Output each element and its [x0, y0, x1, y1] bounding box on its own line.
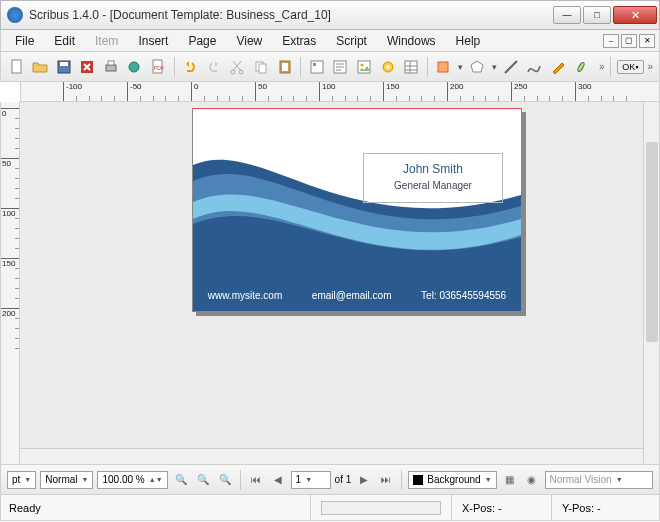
image-frame-icon[interactable] — [354, 56, 374, 78]
maximize-button[interactable]: □ — [583, 6, 611, 24]
page-count-label: of 1 — [335, 474, 352, 485]
minimize-button[interactable]: — — [553, 6, 581, 24]
card-website: www.mysite.com — [208, 290, 282, 301]
zoom-out-icon[interactable]: 🔍 — [172, 471, 190, 489]
mdi-close-button[interactable]: ✕ — [639, 34, 655, 48]
bezier-icon[interactable] — [524, 56, 544, 78]
polygon-icon[interactable] — [467, 56, 487, 78]
undo-icon[interactable] — [181, 56, 201, 78]
svg-rect-14 — [282, 63, 288, 71]
card-role: General Manager — [364, 180, 502, 191]
paste-icon[interactable] — [275, 56, 295, 78]
svg-point-21 — [386, 65, 390, 69]
menu-windows[interactable]: Windows — [377, 32, 446, 50]
vision-selector[interactable]: Normal Vision▼ — [545, 471, 653, 489]
line-icon[interactable] — [501, 56, 521, 78]
canvas[interactable]: John Smith General Manager www.mysite.co… — [20, 102, 660, 465]
redo-icon[interactable] — [204, 56, 224, 78]
bottom-bar: pt▼ Normal▼ 100.00 %▲▼ 🔍 🔍 🔍 ⏮ ◀ 1▼ of 1… — [0, 465, 660, 495]
shape-icon[interactable] — [434, 56, 454, 78]
title-bar: Scribus 1.4.0 - [Document Template: Busi… — [0, 0, 660, 30]
svg-rect-0 — [12, 60, 21, 73]
menu-script[interactable]: Script — [326, 32, 377, 50]
save-icon[interactable] — [54, 56, 74, 78]
svg-rect-18 — [358, 61, 370, 73]
mdi-minimize-button[interactable]: – — [603, 34, 619, 48]
calligraphic-icon[interactable] — [571, 56, 591, 78]
horizontal-scrollbar[interactable] — [20, 448, 643, 464]
app-icon — [7, 7, 23, 23]
status-xpos: X-Pos: - — [451, 495, 551, 520]
prev-page-icon[interactable]: ◀ — [269, 471, 287, 489]
svg-point-24 — [577, 61, 585, 72]
horizontal-ruler[interactable]: -100-50050100150200250300 — [20, 82, 660, 102]
business-card-page[interactable]: John Smith General Manager www.mysite.co… — [192, 108, 522, 312]
menu-edit[interactable]: Edit — [44, 32, 85, 50]
close-document-icon[interactable] — [78, 56, 98, 78]
window-title: Scribus 1.4.0 - [Document Template: Busi… — [29, 8, 551, 22]
svg-text:PDF: PDF — [154, 65, 164, 71]
preflight-icon[interactable] — [125, 56, 145, 78]
last-page-icon[interactable]: ⏭ — [377, 471, 395, 489]
svg-rect-15 — [311, 61, 323, 73]
pdf-icon[interactable]: PDF — [148, 56, 168, 78]
svg-rect-16 — [313, 63, 316, 66]
cut-icon[interactable] — [228, 56, 248, 78]
svg-rect-5 — [108, 61, 114, 65]
display-mode-selector[interactable]: Normal▼ — [40, 471, 93, 489]
status-ready: Ready — [9, 502, 109, 514]
card-email: email@email.com — [312, 290, 392, 301]
card-tel: Tel: 036545594556 — [421, 290, 506, 301]
svg-rect-12 — [259, 64, 266, 73]
svg-rect-23 — [438, 62, 448, 72]
name-text-frame[interactable]: John Smith General Manager — [363, 153, 503, 203]
freehand-icon[interactable] — [548, 56, 568, 78]
zoom-input[interactable]: 100.00 %▲▼ — [97, 471, 167, 489]
preview-icon[interactable]: ◉ — [523, 471, 541, 489]
color-management-icon[interactable]: ▦ — [501, 471, 519, 489]
new-document-icon[interactable] — [7, 56, 27, 78]
vertical-scrollbar[interactable] — [643, 102, 659, 464]
svg-point-19 — [360, 63, 363, 66]
menu-item[interactable]: Item — [85, 32, 128, 50]
contact-row: www.mysite.com email@email.com Tel: 0365… — [193, 290, 521, 301]
status-bar: Ready X-Pos: - Y-Pos: - — [0, 495, 660, 521]
zoom-in-icon[interactable]: 🔍 — [216, 471, 234, 489]
layer-selector[interactable]: Background▼ — [408, 471, 496, 489]
menu-extras[interactable]: Extras — [272, 32, 326, 50]
table-icon[interactable] — [401, 56, 421, 78]
vertical-ruler[interactable]: 050100150200 — [0, 102, 20, 465]
open-icon[interactable] — [31, 56, 51, 78]
menu-insert[interactable]: Insert — [128, 32, 178, 50]
menu-view[interactable]: View — [226, 32, 272, 50]
status-ypos: Y-Pos: - — [551, 495, 651, 520]
svg-rect-2 — [60, 62, 68, 66]
close-button[interactable]: ✕ — [613, 6, 657, 24]
menu-file[interactable]: File — [5, 32, 44, 50]
toolbar: PDF ▾ ▾ » OK▪ » — [0, 52, 660, 82]
ok-button[interactable]: OK▪ — [617, 60, 643, 74]
first-page-icon[interactable]: ⏮ — [247, 471, 265, 489]
print-icon[interactable] — [101, 56, 121, 78]
copy-icon[interactable] — [251, 56, 271, 78]
text-frame-icon[interactable] — [331, 56, 351, 78]
menu-page[interactable]: Page — [178, 32, 226, 50]
unit-selector[interactable]: pt▼ — [7, 471, 36, 489]
mdi-restore-button[interactable]: ▢ — [621, 34, 637, 48]
progress-bar — [321, 501, 441, 515]
svg-rect-4 — [106, 65, 116, 71]
menu-bar: File Edit Item Insert Page View Extras S… — [0, 30, 660, 52]
svg-rect-22 — [405, 61, 417, 73]
menu-help[interactable]: Help — [446, 32, 491, 50]
properties-icon[interactable] — [307, 56, 327, 78]
next-page-icon[interactable]: ▶ — [355, 471, 373, 489]
card-name: John Smith — [364, 162, 502, 176]
page-number-input[interactable]: 1▼ — [291, 471, 331, 489]
svg-point-6 — [129, 62, 139, 72]
zoom-reset-icon[interactable]: 🔍 — [194, 471, 212, 489]
render-frame-icon[interactable] — [378, 56, 398, 78]
